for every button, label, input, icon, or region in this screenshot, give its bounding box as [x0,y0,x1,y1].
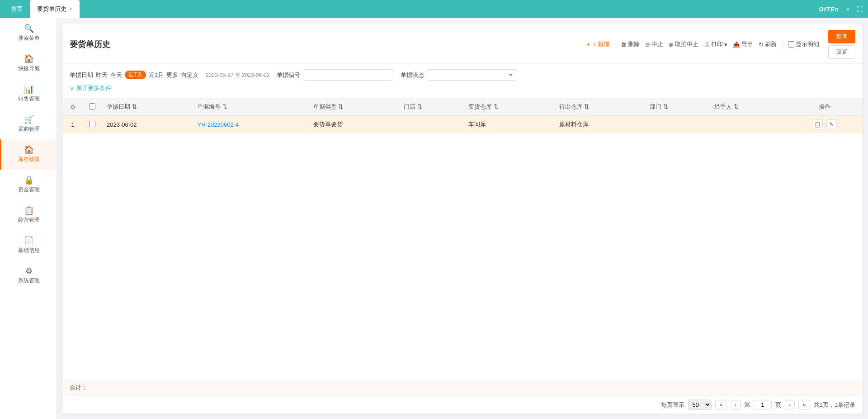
cell-req-warehouse: 车间库 [463,116,553,133]
sidebar-item-system[interactable]: ⚙ 系统管理 [0,261,57,291]
tab-list: 首页 要货单历史 × [4,0,80,18]
col-action: 操作 [787,98,863,116]
col-handler[interactable]: 经手人 ⇅ [709,98,787,116]
sidebar-item-label: 基础信息 [18,247,40,254]
date-custom[interactable]: 自定义 [181,71,198,79]
sidebar: 🔍 搜索菜单 🏠 快捷导航 📊 销售管理 🛒 采购管理 🏠 库存核算 🔒 资金管… [0,18,57,419]
date-more[interactable]: 更多 [166,71,178,79]
cell-checkbox [83,116,101,133]
next-page-button[interactable]: › [785,400,795,409]
col-pending-warehouse[interactable]: 待出仓库 ⇅ [554,98,644,116]
date-1month[interactable]: 近1月 [149,71,164,79]
date-yesterday[interactable]: 昨天 [96,71,108,79]
cell-department [644,116,709,133]
plus-icon: ＋ [585,40,591,48]
table-header-row: ⚙ 单据日期 ⇅ 单据编号 ⇅ [62,98,863,116]
sidebar-item-finance[interactable]: 🔒 资金管理 [0,170,57,200]
col-doc-type[interactable]: 单据类型 ⇅ [308,98,398,116]
per-page-select[interactable]: 50 20 100 [688,400,712,410]
display-detail-button[interactable]: 显示明细 [788,40,819,48]
total-info: 共1页，1条记录 [814,401,855,409]
suspend-button[interactable]: ⊖ 中止 [645,40,663,48]
col-store[interactable]: 门店 ⇅ [398,98,463,116]
sidebar-item-sales[interactable]: 📊 销售管理 [0,79,57,109]
divider-1 [615,41,615,48]
print-button[interactable]: 🖨 打印 ▾ [704,40,727,48]
col-req-warehouse[interactable]: 要货仓库 ⇅ [463,98,553,116]
refresh-icon: ↻ [759,41,764,48]
toolbar: ＋ + 新增 🗑 删除 ⊖ 中止 ⊗ 取消中止 [585,30,855,59]
doc-number-label: 单据编号 [277,71,300,79]
date-shortcuts: 昨天 今天 近7天 近1月 更多 自定义 [96,71,198,79]
sidebar-item-operations[interactable]: 📋 经营管理 [0,200,57,230]
query-button[interactable]: 查询 [828,30,855,43]
cell-doc-number: YH-20230602-4 [192,116,307,133]
window-close-icon[interactable]: × [846,6,849,13]
data-table: ⚙ 单据日期 ⇅ 单据编号 ⇅ [62,98,863,133]
status-select[interactable] [427,69,517,81]
new-label: + 新增 [593,40,609,48]
table-row: 1 2023-06-02 YH-20230602-4 要货单要货 车间库 [62,116,863,133]
col-pending-warehouse-label: 待出仓库 [559,103,583,110]
page-header: 要货单历史 ＋ + 新增 🗑 删除 ⊖ 中止 [62,24,863,64]
page-title: 要货单历史 [70,39,110,50]
col-date[interactable]: 单据日期 ⇅ [101,98,192,116]
brand-label: OfTEn [819,6,839,13]
sidebar-item-label: 搜索菜单 [18,34,40,42]
cell-pending-warehouse: 原材料仓库 [554,116,644,133]
doc-number-filter: 单据编号 [277,69,393,81]
tab-close-icon[interactable]: × [69,6,72,12]
print-icon: 🖨 [704,41,710,48]
refresh-button[interactable]: ↻ 刷新 [759,40,777,48]
tab-home-label: 首页 [11,5,23,13]
suspend-label: 中止 [651,40,663,48]
date-today[interactable]: 今天 [110,71,122,79]
doc-number-input[interactable] [303,69,393,81]
date-filter: 单据日期 昨天 今天 近7天 近1月 更多 自定义 [70,71,198,79]
tab-requisition-history[interactable]: 要货单历史 × [30,0,80,18]
sort-icon: ⇅ [663,103,668,110]
sidebar-item-label: 采购管理 [18,125,40,133]
first-page-button[interactable]: « [715,400,726,409]
row-view-icon[interactable]: 📋 [813,119,823,129]
sidebar-item-basic[interactable]: 📄 基础信息 [0,230,57,261]
page-number-input[interactable] [754,400,772,409]
tab-home[interactable]: 首页 [4,0,30,18]
sidebar-item-label: 系统管理 [18,277,40,285]
sidebar-item-label: 资金管理 [18,186,40,194]
export-icon: 📤 [733,41,740,48]
row-checkbox[interactable] [89,121,95,127]
export-button[interactable]: 📤 导出 [733,40,753,48]
col-doc-number[interactable]: 单据编号 ⇅ [192,98,307,116]
select-all-checkbox[interactable] [89,103,95,110]
col-gear: ⚙ [62,98,83,116]
delete-label: 删除 [628,40,640,48]
delete-icon: 🗑 [621,41,627,48]
date-7days[interactable]: 近7天 [125,71,146,79]
sidebar-item-inventory[interactable]: 🏠 库存核算 [0,139,57,170]
settings-button[interactable]: 设置 [828,45,855,59]
prev-page-button[interactable]: ‹ [731,400,741,409]
sidebar-item-search-menu[interactable]: 🔍 搜索菜单 [0,18,57,48]
table-gear-icon[interactable]: ⚙ [68,102,78,112]
date-range-value: 2023-05-27 至 2023-06-02 [206,71,269,79]
expand-more-button[interactable]: ∨ 展开更多条件 [70,84,855,92]
last-page-button[interactable]: » [798,400,810,409]
row-edit-icon[interactable]: ✎ [826,119,836,129]
col-doc-type-label: 单据类型 [313,103,337,110]
sidebar-item-purchase[interactable]: 🛒 采购管理 [0,109,57,139]
cancel-suspend-button[interactable]: ⊗ 取消中止 [669,40,698,48]
col-department[interactable]: 部门 ⇅ [644,98,709,116]
inventory-icon: 🏠 [24,146,34,154]
display-detail-checkbox[interactable] [788,41,794,48]
new-button[interactable]: ＋ + 新增 [585,40,609,48]
sidebar-item-quick-nav[interactable]: 🏠 快捷导航 [0,48,57,79]
col-checkbox [83,98,101,116]
filter-area: 单据日期 昨天 今天 近7天 近1月 更多 自定义 2023-05-27 至 2… [62,64,863,98]
sidebar-item-label: 库存核算 [18,156,40,163]
cell-index: 1 [62,116,83,133]
fullscreen-icon[interactable]: ⛶ [857,6,863,13]
doc-number-link[interactable]: YH-20230602-4 [197,121,239,128]
main-layout: 🔍 搜索菜单 🏠 快捷导航 📊 销售管理 🛒 采购管理 🏠 库存核算 🔒 资金管… [0,18,868,419]
delete-button[interactable]: 🗑 删除 [621,40,640,48]
